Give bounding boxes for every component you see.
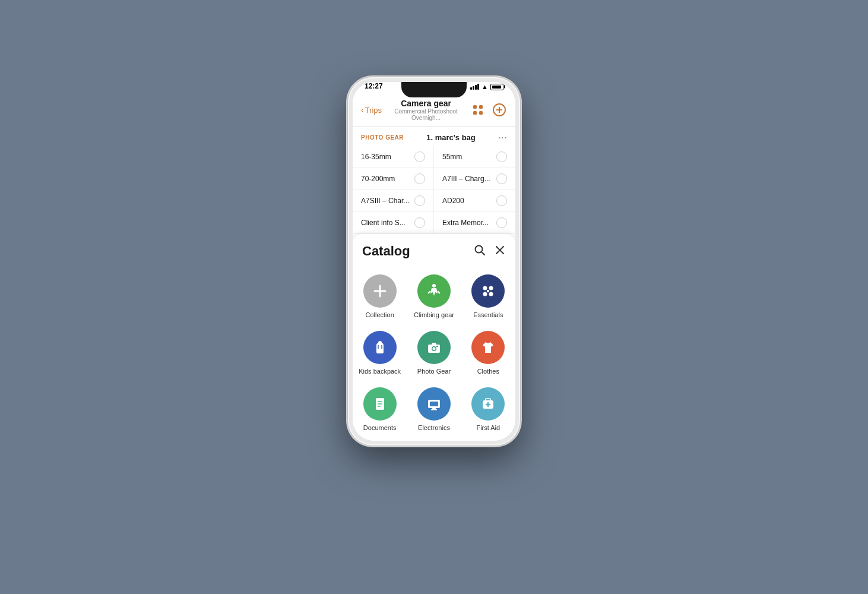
svg-point-24	[432, 347, 435, 350]
status-icons: ▲	[470, 83, 503, 90]
catalog-title: Catalog	[362, 244, 410, 259]
close-icon[interactable]	[494, 244, 506, 258]
back-button[interactable]: ‹ Trips	[361, 105, 382, 115]
kids-backpack-icon	[363, 331, 397, 364]
wifi-icon: ▲	[481, 83, 488, 90]
gear-item-name: 70-200mm	[361, 175, 395, 183]
gear-item[interactable]: 70-200mm	[353, 168, 434, 190]
catalog-item-clothes[interactable]: Clothes	[461, 325, 515, 381]
gear-item-name: Extra Memor...	[442, 219, 489, 227]
catalog-item-kids-backpack[interactable]: Kids backpack	[353, 325, 407, 381]
catalog-item-label: First Aid	[476, 424, 500, 432]
svg-rect-2	[473, 111, 477, 115]
check-circle[interactable]	[414, 217, 425, 228]
signal-icon	[470, 84, 479, 90]
catalog-item-essentials[interactable]: Essentials	[461, 268, 515, 325]
catalog-item-label: Climbing gear	[414, 311, 454, 319]
svg-point-19	[489, 292, 493, 296]
gear-item[interactable]: A7III – Charg...	[434, 168, 515, 190]
phone-screen: 12:27 ▲	[353, 82, 515, 441]
gear-item-name: AD200	[442, 197, 464, 205]
catalog-sheet: Catalog	[353, 234, 515, 441]
catalog-grid: Collection	[353, 264, 515, 441]
nav-title: Camera gear	[382, 99, 470, 108]
check-circle[interactable]	[496, 217, 507, 228]
add-button[interactable]	[492, 102, 507, 118]
catalog-item-outdoors[interactable]: Outdoors	[461, 438, 515, 441]
check-circle[interactable]	[496, 151, 507, 162]
gear-item-name: A7SIII – Char...	[361, 197, 409, 205]
catalog-header: Catalog	[353, 234, 515, 264]
catalog-item-label: Documents	[363, 424, 397, 432]
essentials-icon	[471, 274, 505, 308]
documents-icon	[363, 387, 397, 421]
gear-item[interactable]: A7SIII – Char...	[353, 190, 434, 212]
electronics-icon	[417, 387, 451, 421]
svg-rect-25	[436, 346, 438, 347]
catalog-item-documents[interactable]: Documents	[353, 381, 407, 438]
svg-rect-3	[479, 111, 483, 115]
gear-list: PHOTO GEAR 1. marc's bag ··· 16-35mm 55m…	[353, 127, 515, 234]
grid-view-button[interactable]	[470, 102, 486, 118]
svg-rect-20	[487, 290, 489, 292]
catalog-item-label: Electronics	[418, 424, 450, 432]
svg-line-15	[438, 291, 440, 293]
svg-rect-0	[473, 105, 477, 109]
svg-rect-32	[432, 408, 436, 409]
gear-item[interactable]: 16-35mm	[353, 146, 434, 168]
gear-grid: 16-35mm 55mm 70-200mm A7III – Charg	[353, 146, 515, 234]
more-options-button[interactable]: ···	[498, 131, 507, 144]
svg-point-17	[489, 286, 493, 290]
svg-line-8	[481, 252, 484, 255]
catalog-item-label: Photo Gear	[417, 368, 451, 375]
chevron-left-icon: ‹	[361, 105, 364, 115]
back-label: Trips	[365, 106, 382, 115]
gear-item[interactable]: 55mm	[434, 146, 515, 168]
nav-subtitle: Commercial Photoshoot Overnigh...	[382, 108, 470, 121]
gear-item-name: A7III – Charg...	[442, 175, 490, 183]
clothes-icon	[471, 331, 505, 364]
svg-point-16	[483, 286, 487, 290]
svg-point-13	[432, 284, 436, 287]
catalog-item-electronics[interactable]: Electronics	[407, 381, 461, 438]
photo-gear-icon	[417, 331, 451, 364]
nav-header: ‹ Trips Camera gear Commercial Photoshoo…	[353, 94, 515, 127]
gear-item-name: Client info S...	[361, 219, 406, 227]
catalog-item-miscellany[interactable]: Miscellany	[407, 438, 461, 441]
status-time: 12:27	[365, 82, 383, 90]
scene: 12:27 ▲	[0, 0, 868, 594]
gear-item-name: 16-35mm	[361, 153, 391, 161]
check-circle[interactable]	[496, 195, 507, 206]
nav-title-group: Camera gear Commercial Photoshoot Overni…	[382, 99, 470, 121]
gear-item-name: 55mm	[442, 153, 462, 161]
svg-rect-1	[479, 105, 483, 109]
catalog-item-label: Essentials	[473, 311, 503, 319]
collection-icon	[363, 274, 397, 308]
check-circle[interactable]	[414, 195, 425, 206]
nav-actions	[470, 102, 507, 118]
svg-rect-31	[430, 402, 438, 406]
catalog-item-label: Collection	[366, 311, 394, 319]
gear-item[interactable]: AD200	[434, 190, 515, 212]
catalog-item-first-aid[interactable]: First Aid	[461, 381, 515, 438]
first-aid-icon	[471, 387, 505, 421]
catalog-item-kitchen[interactable]: Kitchen	[353, 438, 407, 441]
check-circle[interactable]	[414, 151, 425, 162]
status-bar: 12:27 ▲	[353, 82, 515, 94]
svg-point-18	[483, 292, 487, 296]
svg-line-14	[428, 291, 430, 293]
catalog-item-collection[interactable]: Collection	[353, 268, 407, 325]
check-circle[interactable]	[414, 173, 425, 184]
section-label: PHOTO GEAR	[361, 134, 404, 141]
catalog-item-photo-gear[interactable]: Photo Gear	[407, 325, 461, 381]
climbing-icon	[417, 274, 451, 308]
catalog-actions	[474, 244, 506, 258]
gear-item[interactable]: Extra Memor...	[434, 212, 515, 234]
phone-frame: 12:27 ▲	[348, 77, 520, 446]
check-circle[interactable]	[496, 173, 507, 184]
svg-rect-33	[431, 409, 437, 410]
section-header: PHOTO GEAR 1. marc's bag ···	[353, 127, 515, 146]
search-icon[interactable]	[474, 244, 486, 258]
gear-item[interactable]: Client info S...	[353, 212, 434, 234]
catalog-item-climbing[interactable]: Climbing gear	[407, 268, 461, 325]
